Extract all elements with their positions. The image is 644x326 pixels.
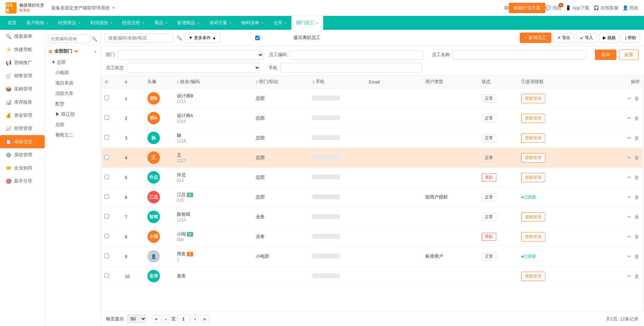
edit-icon[interactable]: ✏ (627, 155, 632, 160)
delete-icon[interactable]: 🗑 (634, 135, 639, 141)
gear-button[interactable]: ⚙ (504, 5, 509, 11)
phone-input[interactable] (280, 63, 423, 72)
sidebar-item-purchase[interactable]: 📦 采购管理 (0, 82, 45, 96)
sidebar-item-operations[interactable]: 📈 经营管理 (0, 122, 45, 135)
tab-close-icon[interactable]: × (261, 21, 263, 25)
sidebar-item-marketing[interactable]: 📢 营销推广 (0, 56, 45, 69)
col-name-code[interactable]: ↕ 姓名/编码 (174, 75, 253, 89)
import-btn[interactable]: ↙ 导入 (576, 33, 597, 43)
edit-icon[interactable]: ✏ (627, 273, 632, 279)
experience-btn[interactable]: 体验行业方案 (509, 3, 545, 13)
emp-name-input[interactable] (453, 50, 587, 60)
sidebar-item-guide[interactable]: 🎯 新手引导 (0, 175, 45, 188)
sidebar-item-system[interactable]: ⚙️ 系统管理 (0, 148, 45, 161)
row-checkbox[interactable] (105, 96, 109, 100)
page-size-select[interactable]: 50 10 20 100 (127, 315, 146, 323)
dept-edit-icon[interactable]: ✏ (74, 49, 78, 54)
add-employee-btn[interactable]: + 新增员工 (520, 33, 551, 43)
col-phone[interactable]: ↕ 手机 (309, 75, 366, 89)
auth-btn[interactable]: 授权登录 (521, 153, 545, 162)
nav-tab-material[interactable]: 物料清单× (236, 16, 268, 30)
col-dept-pos[interactable]: ↕ 部门/职位 (253, 75, 309, 89)
sidebar-item-inventory[interactable]: 📊 库存核算 (0, 96, 45, 109)
query-btn[interactable]: 查询 (595, 50, 616, 60)
tab-close-icon[interactable]: × (78, 21, 80, 25)
delete-icon[interactable]: 🗑 (634, 214, 639, 220)
sidebar-item-sales[interactable]: 🛒 销售管理 (0, 69, 45, 82)
edit-icon[interactable]: ✏ (627, 194, 632, 200)
first-page-btn[interactable]: « (152, 315, 161, 323)
auth-btn[interactable]: 授权登录 (521, 272, 545, 281)
sidebar-item-finance[interactable]: 💰 资金管理 (0, 109, 45, 122)
edit-icon[interactable]: ✏ (627, 115, 632, 121)
nav-tab-business[interactable]: 经营情况× (53, 16, 85, 30)
row-checkbox[interactable] (105, 135, 109, 140)
search-btn-icon[interactable]: 🔍 (176, 35, 182, 41)
nav-tab-customer[interactable]: 客户联络× (21, 16, 53, 30)
dept-tree-item-shenyang[interactable]: 沈阳大库 (45, 88, 100, 99)
dept-select[interactable] (118, 50, 264, 60)
tab-close-icon[interactable]: × (229, 21, 232, 25)
edit-icon[interactable]: ✏ (627, 96, 632, 101)
edit-icon[interactable]: ✏ (627, 254, 632, 259)
auth-btn[interactable]: 授权登录 (521, 232, 545, 241)
auth-btn[interactable]: 授权登录 (521, 133, 545, 143)
emp-code-input[interactable] (290, 50, 424, 60)
prev-page-btn[interactable]: ‹ (162, 315, 170, 323)
nav-tab-barcode[interactable]: 条码方案× (205, 16, 236, 30)
app-download-item[interactable]: 📱 App下载 (565, 5, 589, 11)
export-btn[interactable]: ↗ 导出 (553, 33, 574, 43)
page-input[interactable] (177, 315, 190, 323)
delete-icon[interactable]: 🗑 (634, 115, 639, 121)
sidebar-item-quick_nav[interactable]: ⚡ 快捷导航 (0, 43, 45, 56)
tab-close-icon[interactable]: × (316, 21, 318, 25)
row-checkbox[interactable] (105, 254, 109, 258)
tab-close-icon[interactable]: × (46, 21, 48, 25)
dept-tree-item-putaowang[interactable]: 葡萄王二 (45, 130, 100, 140)
nav-tab-goods[interactable]: 商品× (149, 16, 172, 30)
online-service-item[interactable]: 🎧 在线客服 (593, 5, 618, 11)
dept-tree-item-xiaodianbu[interactable]: 小电部 (45, 68, 100, 78)
user-item[interactable]: 👤 用友 (623, 5, 638, 11)
view-btn[interactable]: ▶ 视频 (599, 33, 619, 43)
auth-btn[interactable]: 授权登录 (521, 173, 545, 182)
nav-tab-dept_staff[interactable]: 部门员工× (291, 16, 323, 30)
dept-tree-item-peihuo[interactable]: 配货 (45, 99, 100, 109)
dept-collapse-btn[interactable]: « (94, 49, 97, 54)
tab-close-icon[interactable]: × (165, 21, 167, 25)
edit-icon[interactable]: ✏ (627, 135, 632, 141)
next-page-btn[interactable]: › (191, 315, 199, 323)
edit-icon[interactable]: ✏ (627, 214, 632, 220)
row-checkbox[interactable] (105, 115, 109, 120)
message-icon-item[interactable]: 💬 6 消息 (545, 5, 561, 11)
nav-tab-warehouse[interactable]: 仓库× (269, 16, 291, 30)
tab-close-icon[interactable]: × (284, 21, 287, 25)
more-filters-btn[interactable]: ▼ 更多条件 ▲ (185, 33, 220, 43)
nav-tab-process[interactable]: 经营历程× (117, 16, 149, 30)
dept-tree-item-zongbu2[interactable]: 总部 (45, 120, 100, 130)
dept-tree-item-shuangliangxiang[interactable]: ▶ 双辽想 (45, 109, 100, 120)
delete-icon[interactable]: 🗑 (634, 234, 639, 239)
delete-icon[interactable]: 🗑 (634, 155, 639, 160)
delete-icon[interactable]: 🗑 (634, 273, 639, 279)
tab-close-icon[interactable]: × (142, 21, 144, 25)
delete-icon[interactable]: 🗑 (634, 175, 639, 180)
row-checkbox[interactable] (105, 194, 109, 199)
delete-icon[interactable]: 🗑 (634, 96, 639, 101)
show-resigned-label[interactable]: 显示离职员工 (223, 35, 320, 41)
tab-close-icon[interactable]: × (110, 21, 112, 25)
last-page-btn[interactable]: » (200, 315, 209, 323)
dept-tree-item-xiangmu[interactable]: 项目库房 (45, 78, 100, 88)
row-checkbox[interactable] (105, 214, 109, 219)
delete-icon[interactable]: 🗑 (634, 194, 639, 200)
edit-icon[interactable]: ✏ (627, 234, 632, 239)
sidebar-item-enterprise[interactable]: 🤝 企业协同 (0, 161, 45, 175)
title-dropdown-icon[interactable]: ▾ (112, 5, 115, 10)
help-btn[interactable]: | 帮助 (622, 33, 640, 43)
delete-icon[interactable]: 🗑 (634, 254, 639, 259)
sidebar-item-search_menu[interactable]: 🔍 搜索菜单 (0, 30, 45, 43)
tab-close-icon[interactable]: × (197, 21, 199, 25)
row-checkbox[interactable] (105, 234, 109, 238)
col-settings[interactable]: ⚙ (102, 75, 122, 89)
row-checkbox[interactable] (105, 175, 109, 179)
